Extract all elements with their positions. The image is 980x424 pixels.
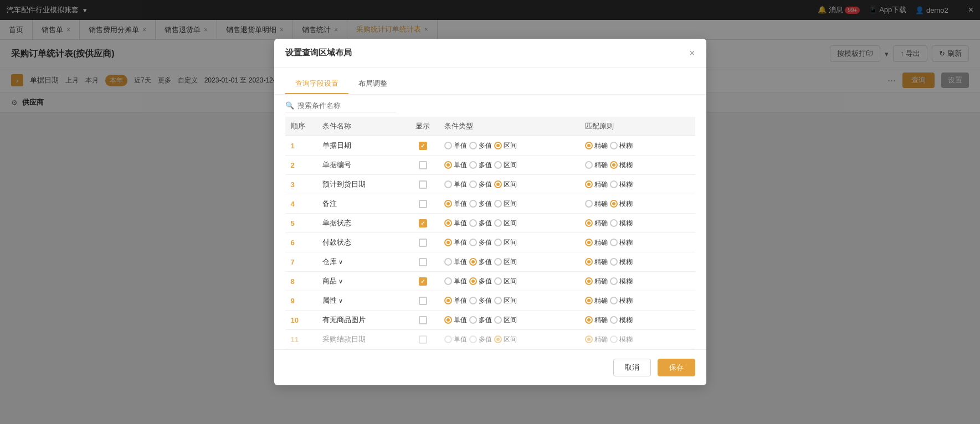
modal-close-button[interactable]: × [689,48,695,58]
search-input-wrap: 🔍 [285,101,396,112]
modal-overlay: 设置查询区域布局 × 查询字段设置 布局调整 🔍 [0,0,980,112]
search-icon: 🔍 [285,101,294,110]
modal-tab-query-fields[interactable]: 查询字段设置 [285,74,348,94]
search-input[interactable] [297,101,386,110]
search-bar: 🔍 [274,95,706,112]
modal-title: 设置查询区域布局 [285,48,352,58]
settings-modal: 设置查询区域布局 × 查询字段设置 布局调整 🔍 [274,39,706,112]
modal-tab-layout[interactable]: 布局调整 [348,74,397,94]
modal-header: 设置查询区域布局 × [274,39,706,68]
modal-body: 查询字段设置 布局调整 🔍 顺序 条 [274,68,706,112]
modal-tab-bar: 查询字段设置 布局调整 [274,68,706,95]
